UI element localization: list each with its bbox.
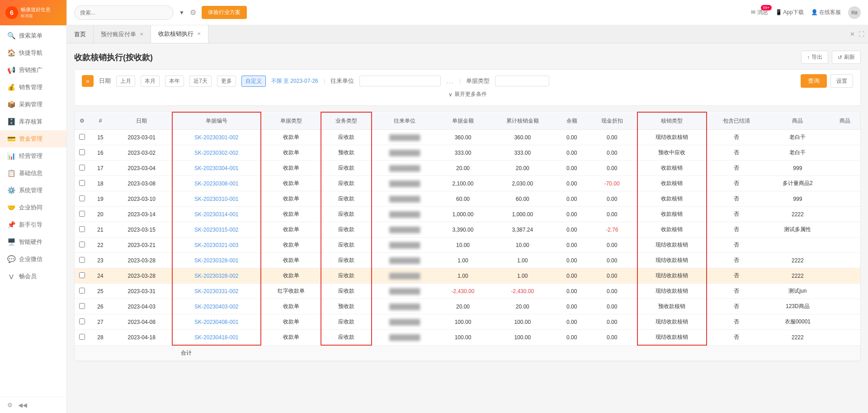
filter-this-month[interactable]: 本月 (141, 76, 160, 87)
row-checkbox[interactable] (79, 242, 85, 247)
sidebar-item-member[interactable]: V 畅会员 (0, 268, 66, 285)
cell-checkbox[interactable] (75, 330, 89, 346)
gear-icon[interactable]: ⚙ (190, 8, 196, 17)
cell-bill-type: 红字收款单 (261, 284, 321, 299)
filter-setting-button[interactable]: 设置 (830, 74, 853, 88)
row-checkbox[interactable] (79, 180, 85, 186)
expand-icon[interactable]: ⛶ (859, 31, 864, 38)
sidebar-item-inventory[interactable]: 🗄️ 库存核算 (0, 113, 66, 130)
filter-7days[interactable]: 近7天 (189, 76, 212, 87)
sidebar-item-purchase[interactable]: 📦 采购管理 (0, 96, 66, 113)
cell-product: 老白干 (766, 145, 830, 161)
cell-checkbox[interactable] (75, 284, 89, 299)
cell-checkbox[interactable] (75, 222, 89, 237)
bill-type-select[interactable] (495, 76, 549, 86)
collapse-icon[interactable]: ◀◀ (18, 402, 27, 408)
bill-no-link[interactable]: SK-20230328-002 (194, 273, 238, 279)
bill-no-link[interactable]: SK-20230328-001 (194, 257, 238, 264)
bill-no-link[interactable]: SK-20230321-003 (194, 242, 238, 248)
query-button[interactable]: 查询 (801, 74, 827, 88)
th-gear[interactable]: ⚙ (75, 112, 89, 130)
topbar-right: ✉ 消息 99+ 📱 App下载 👤 在线客服 Rit (751, 6, 861, 19)
expand-conditions[interactable]: ∨ 展开更多条件 (82, 88, 853, 101)
sidebar-item-enterprise[interactable]: 🤝 企业协同 (0, 199, 66, 216)
solution-button[interactable]: 体验行业方案 (202, 6, 247, 19)
bill-no-link[interactable]: SK-20230331-002 (194, 288, 238, 294)
cell-checkbox[interactable] (75, 191, 89, 207)
sidebar-item-quicknav[interactable]: 🏠 快捷导航 (0, 44, 66, 62)
message-button[interactable]: ✉ 消息 99+ (751, 9, 768, 16)
cell-checkbox[interactable] (75, 207, 89, 222)
bill-no-link[interactable]: SK-20230314-001 (194, 211, 238, 218)
row-checkbox[interactable] (79, 257, 85, 263)
row-checkbox[interactable] (79, 303, 85, 309)
sidebar-item-search[interactable]: 🔍 搜索菜单 (0, 27, 66, 44)
cell-checkbox[interactable] (75, 237, 89, 253)
cell-date: 2023-03-28 (112, 253, 172, 268)
tab-receipt-close[interactable]: ✕ (197, 31, 201, 36)
bill-no-link[interactable]: SK-20230408-001 (194, 319, 238, 325)
sidebar-item-system[interactable]: ⚙️ 系统管理 (0, 182, 66, 199)
row-checkbox[interactable] (79, 334, 85, 340)
cell-checkbox[interactable] (75, 299, 89, 314)
filter-last-month[interactable]: 上月 (116, 76, 135, 87)
row-checkbox[interactable] (79, 318, 85, 324)
sidebar-item-finance[interactable]: 💳 资金管理 (0, 130, 66, 147)
filter-this-year[interactable]: 本年 (165, 76, 184, 87)
sidebar-item-sales[interactable]: 💰 销售管理 (0, 79, 66, 96)
user-avatar[interactable]: Rit (848, 6, 861, 19)
refresh-button[interactable]: ↺ 刷新 (832, 51, 861, 64)
row-checkbox[interactable] (79, 272, 85, 278)
row-checkbox[interactable] (79, 149, 85, 155)
cell-balance: 0.00 (557, 161, 587, 176)
filter-toggle[interactable]: » (82, 75, 94, 87)
tab-prepay-close[interactable]: ✕ (140, 32, 143, 37)
cell-checkbox[interactable] (75, 268, 89, 284)
row-checkbox[interactable] (79, 165, 85, 171)
sidebar-item-guide[interactable]: 📌 新手引导 (0, 216, 66, 233)
sidebar-item-wechat[interactable]: 💬 企业微信 (0, 251, 66, 268)
bill-no-link[interactable]: SK-20230418-001 (194, 334, 238, 341)
tab-receipt-label: 收款核销执行 (158, 30, 193, 38)
sidebar-item-basic[interactable]: 📋 基础信息 (0, 165, 66, 182)
page-header: 收款核销执行(按收款) ↑ 导出 ↺ 刷新 (74, 51, 861, 64)
sidebar-item-marketing[interactable]: 📢 营销推广 (0, 62, 66, 79)
bill-no-link[interactable]: SK-20230308-001 (194, 180, 238, 187)
cell-checkbox[interactable] (75, 130, 89, 145)
cell-checkbox[interactable] (75, 314, 89, 330)
online-service-button[interactable]: 👤 在线客服 (811, 9, 841, 16)
sidebar-item-operations[interactable]: 📊 经营管理 (0, 147, 66, 165)
cell-checkbox[interactable] (75, 176, 89, 191)
tab-home[interactable]: 首页 (67, 25, 94, 43)
app-download-button[interactable]: 📱 App下载 (775, 9, 804, 16)
row-checkbox[interactable] (79, 226, 85, 232)
bill-no-link[interactable]: SK-20230310-001 (194, 196, 238, 202)
bill-no-link[interactable]: SK-20230403-002 (194, 304, 238, 310)
row-checkbox[interactable] (79, 211, 85, 217)
filter-more[interactable]: 更多 (217, 76, 236, 87)
row-checkbox[interactable] (79, 288, 85, 294)
cell-bill-no: SK-20230308-001 (172, 176, 261, 191)
tab-receipt[interactable]: 收款核销执行 ✕ (151, 25, 208, 43)
sidebar-item-hardware[interactable]: 🖥️ 智能硬件 (0, 233, 66, 251)
dropdown-selector[interactable]: ▼ (179, 9, 184, 16)
cell-checkbox[interactable] (75, 161, 89, 176)
row-checkbox[interactable] (79, 134, 85, 140)
cell-checkbox[interactable] (75, 253, 89, 268)
bill-no-link[interactable]: SK-20230301-002 (194, 134, 238, 141)
export-button[interactable]: ↑ 导出 (801, 51, 828, 64)
settings-icon[interactable]: ⚙ (7, 402, 13, 408)
filter-custom[interactable]: 自定义 (241, 76, 266, 87)
more-filters-dots[interactable]: ... (446, 78, 454, 85)
cell-index: 17 (89, 161, 112, 176)
bill-no-link[interactable]: SK-20230304-001 (194, 165, 238, 171)
tab-prepay[interactable]: 预付账应付单 ✕ (94, 25, 151, 43)
cell-checkbox[interactable] (75, 145, 89, 161)
bill-no-link[interactable]: SK-20230302-002 (194, 150, 238, 156)
date-range-display: 不限 至 2023-07-26 (271, 77, 318, 85)
bill-no-link[interactable]: SK-20230315-002 (194, 227, 238, 233)
row-checkbox[interactable] (79, 195, 85, 201)
close-tab-icon[interactable]: ✕ (850, 31, 855, 38)
counterpart-input[interactable] (359, 76, 441, 86)
search-input[interactable] (74, 5, 174, 20)
